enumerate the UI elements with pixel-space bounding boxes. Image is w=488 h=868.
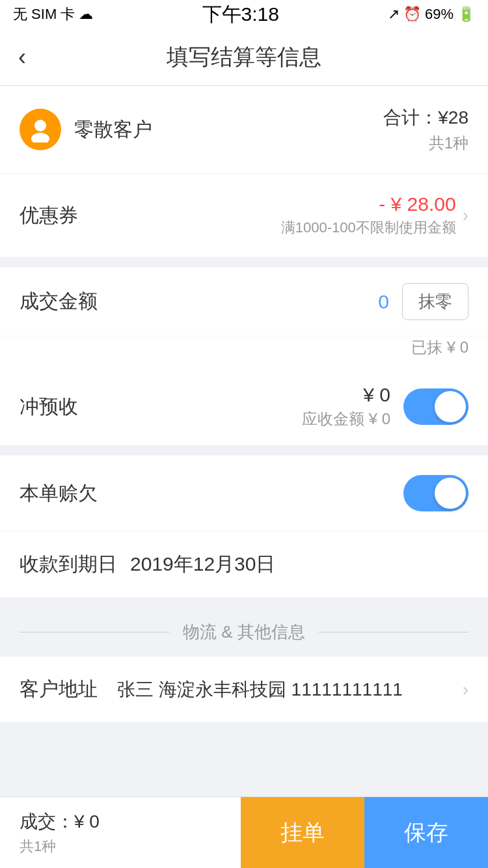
status-right: ↗ ⏰ 69% 🔋 bbox=[388, 6, 475, 23]
deal-amount-value[interactable]: 0 bbox=[378, 291, 389, 313]
bottom-deal-label: 成交： bbox=[20, 811, 74, 832]
sim-status: 无 SIM 卡 ☁ bbox=[13, 5, 93, 24]
deal-amount-label: 成交金额 bbox=[20, 288, 98, 315]
advance-right: ¥ 0 应收金额 ¥ 0 bbox=[302, 384, 468, 429]
advance-info: ¥ 0 应收金额 ¥ 0 bbox=[302, 384, 390, 429]
advance-label: 冲预收 bbox=[20, 394, 78, 420]
customer-total: 合计：¥28 bbox=[383, 105, 468, 130]
deal-amount-sub: 已抹 ¥ 0 bbox=[411, 338, 468, 356]
status-time: 下午3:18 bbox=[202, 1, 279, 28]
address-chevron-icon: › bbox=[463, 679, 468, 700]
advance-row: 冲预收 ¥ 0 应收金额 ¥ 0 bbox=[0, 368, 488, 445]
due-date-label: 收款到期日 bbox=[20, 551, 117, 578]
customer-section: 零散客户 合计：¥28 共1种 优惠券 - ¥ 28.00 满1000-100不… bbox=[0, 86, 488, 257]
coupon-row[interactable]: 优惠券 - ¥ 28.00 满1000-100不限制使用金额 › bbox=[0, 173, 488, 257]
coupon-desc: 满1000-100不限制使用金额 bbox=[281, 218, 456, 237]
deal-amount-right: 0 抹零 bbox=[378, 283, 468, 320]
divider-line-right bbox=[318, 632, 468, 632]
bottom-bar: 成交：¥ 0 共1种 挂单 保存 bbox=[0, 796, 488, 868]
customer-count: 共1种 bbox=[383, 133, 468, 154]
customer-row: 零散客户 合计：¥28 共1种 bbox=[0, 86, 488, 173]
avatar-icon bbox=[27, 116, 53, 142]
battery-icon: 🔋 bbox=[457, 6, 475, 23]
address-label: 客户地址 bbox=[20, 676, 98, 703]
divider-line-left bbox=[20, 632, 170, 632]
logistics-label: 物流 & 其他信息 bbox=[183, 621, 305, 644]
page-title: 填写结算等信息 bbox=[167, 42, 321, 72]
address-section: 客户地址 张三 海淀永丰科技园 11111111111 › bbox=[0, 657, 488, 722]
coupon-amount: - ¥ 28.00 bbox=[281, 193, 456, 215]
coupon-info: - ¥ 28.00 满1000-100不限制使用金额 bbox=[281, 193, 456, 237]
due-date-row: 收款到期日 2019年12月30日 bbox=[0, 531, 488, 597]
debt-toggle-knob bbox=[435, 478, 466, 509]
hold-button[interactable]: 挂单 bbox=[241, 797, 364, 869]
alarm-icon: ⏰ bbox=[403, 6, 421, 23]
svg-point-0 bbox=[34, 120, 46, 131]
customer-avatar bbox=[20, 109, 61, 150]
navigation-icon: ↗ bbox=[388, 6, 400, 23]
toggle-knob bbox=[435, 391, 466, 422]
logistics-divider: 物流 & 其他信息 bbox=[0, 608, 488, 657]
back-button[interactable]: ‹ bbox=[18, 44, 26, 71]
due-date-value: 2019年12月30日 bbox=[130, 551, 275, 578]
coupon-right: - ¥ 28.00 满1000-100不限制使用金额 › bbox=[281, 193, 468, 237]
advance-sub: 应收金额 ¥ 0 bbox=[302, 409, 390, 429]
debt-section: 本单赊欠 收款到期日 2019年12月30日 bbox=[0, 455, 488, 597]
deal-section: 成交金额 0 抹零 已抹 ¥ 0 冲预收 ¥ 0 应收金额 ¥ 0 bbox=[0, 267, 488, 445]
bottom-summary: 成交：¥ 0 共1种 bbox=[0, 809, 241, 856]
coupon-label: 优惠券 bbox=[20, 202, 78, 229]
chevron-right-icon: › bbox=[463, 205, 468, 226]
advance-toggle[interactable] bbox=[403, 388, 468, 425]
customer-name: 零散客户 bbox=[74, 116, 152, 143]
round-zero-button[interactable]: 抹零 bbox=[402, 283, 468, 320]
save-button[interactable]: 保存 bbox=[364, 797, 488, 869]
address-row[interactable]: 客户地址 张三 海淀永丰科技园 11111111111 › bbox=[0, 657, 488, 722]
status-left: 无 SIM 卡 ☁ bbox=[13, 5, 93, 24]
customer-left: 零散客户 bbox=[20, 109, 152, 150]
debt-label: 本单赊欠 bbox=[20, 480, 98, 507]
svg-point-1 bbox=[31, 133, 49, 142]
deal-amount-row: 成交金额 0 抹零 bbox=[0, 267, 488, 336]
advance-amount: ¥ 0 bbox=[302, 384, 390, 406]
debt-row: 本单赊欠 bbox=[0, 455, 488, 531]
address-value: 张三 海淀永丰科技园 11111111111 bbox=[117, 677, 463, 702]
battery-level: 69% bbox=[425, 6, 454, 23]
bottom-deal-value: ¥ 0 bbox=[74, 811, 100, 832]
nav-bar: ‹ 填写结算等信息 bbox=[0, 29, 488, 86]
deal-amount-sub-row: 已抹 ¥ 0 bbox=[0, 336, 488, 368]
debt-toggle[interactable] bbox=[403, 475, 468, 511]
customer-right: 合计：¥28 共1种 bbox=[383, 105, 468, 154]
bottom-deal-row: 成交：¥ 0 bbox=[20, 809, 221, 834]
status-bar: 无 SIM 卡 ☁ 下午3:18 ↗ ⏰ 69% 🔋 bbox=[0, 0, 488, 29]
bottom-count: 共1种 bbox=[20, 837, 221, 856]
